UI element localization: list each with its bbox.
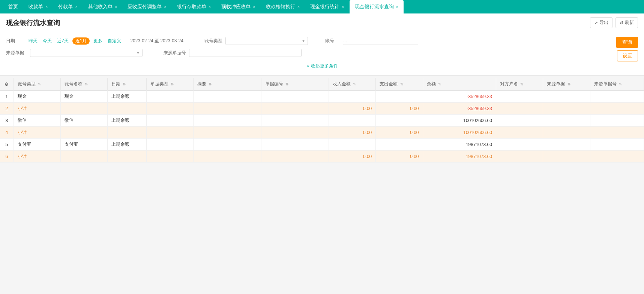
shortcut-today[interactable]: 今天 [41, 37, 53, 45]
nav-other-income-label: 其他收入单 [88, 0, 113, 13]
top-nav: 首页 收款单 × 付款单 × 其他收入单 × 应收应付调整单 × 银行存取款单 … [0, 0, 644, 13]
collapse-bar[interactable]: ∧ 收起更多条件 [6, 61, 638, 71]
nav-payment[interactable]: 付款单 × [53, 0, 83, 13]
nav-payment-label: 付款单 [58, 0, 73, 13]
col-account-name-header[interactable]: 账号名称 ⇅ [60, 78, 107, 91]
nav-payment-close[interactable]: × [75, 0, 77, 13]
row-balance: -3528659.33 [423, 91, 496, 103]
filter-row-date: 日期 昨天 今天 近7天 近1月 更多 自定义 2023-02-24 至 202… [6, 37, 616, 45]
shortcut-custom[interactable]: 自定义 [106, 37, 123, 45]
nav-prepay-close[interactable]: × [253, 0, 255, 13]
refresh-icon: ↺ [620, 20, 623, 25]
row-income: 0.00 [329, 127, 375, 139]
col-summary-header[interactable]: 摘要 ⇅ [194, 78, 261, 91]
header-actions: ↗ 导出 ↺ 刷新 [590, 17, 638, 28]
row-counterpart [496, 103, 543, 115]
row-income: 0.00 [329, 103, 375, 115]
date-range: 2023-02-24 至 2023-03-24 [130, 38, 183, 44]
row-account-type: 小计 [14, 103, 60, 115]
row-doc-type [146, 139, 193, 151]
col-expense-header[interactable]: 支出金额 ⇅ [376, 78, 423, 91]
export-button[interactable]: ↗ 导出 [590, 17, 612, 28]
col-settings[interactable]: ⚙ [0, 78, 14, 91]
row-income [329, 115, 375, 127]
shortcut-7days[interactable]: 近7天 [56, 37, 70, 45]
col-doc-type-header[interactable]: 单据类型 ⇅ [146, 78, 193, 91]
row-account-name: 支付宝 [60, 139, 107, 151]
nav-cashflow-close[interactable]: × [396, 0, 398, 13]
nav-stats-close[interactable]: × [342, 0, 344, 13]
nav-receipt-close[interactable]: × [45, 0, 48, 13]
export-label: 导出 [599, 19, 608, 26]
date-label: 日期 [6, 38, 21, 44]
source-doc-no-label: 来源单据号 [164, 50, 186, 56]
nav-bank-deposit[interactable]: 银行存取款单 × [172, 0, 216, 13]
row-source-doc [543, 115, 590, 127]
col-account-type-header[interactable]: 账号类型 ⇅ [14, 78, 60, 91]
row-expense: 0.00 [376, 151, 423, 163]
nav-writeoff[interactable]: 收款核销执行 × [261, 0, 305, 13]
row-date: 上期余额 [108, 139, 147, 151]
row-source-doc [543, 103, 590, 115]
row-summary [194, 91, 261, 103]
nav-writeoff-close[interactable]: × [297, 0, 300, 13]
account-type-select[interactable]: ▾ [225, 37, 308, 45]
source-doc-label: 来源单据 [6, 50, 24, 56]
row-balance: -3528659.33 [423, 103, 496, 115]
col-date-header[interactable]: 日期 ⇅ [108, 78, 147, 91]
nav-other-income[interactable]: 其他收入单 × [83, 0, 122, 13]
row-doc-type [146, 103, 193, 115]
table-row: 4小计0.000.00100102606.60 [0, 127, 644, 139]
nav-home[interactable]: 首页 [3, 0, 23, 13]
refresh-button[interactable]: ↺ 刷新 [615, 17, 638, 28]
col-income-header[interactable]: 收入金额 ⇅ [329, 78, 375, 91]
row-doc-no [261, 115, 329, 127]
row-num: 6 [0, 151, 14, 163]
col-source-doc-header[interactable]: 来源单据 ⇅ [543, 78, 590, 91]
nav-stats[interactable]: 现金银行统计 × [305, 0, 349, 13]
col-balance-header[interactable]: 余额 ⇅ [423, 78, 496, 91]
nav-cashflow[interactable]: 现金银行流水查询 × [350, 0, 404, 13]
row-account-type: 支付宝 [14, 139, 60, 151]
row-account-name [60, 151, 107, 163]
row-source-doc-no [590, 139, 644, 151]
source-doc-no-input[interactable] [189, 49, 302, 57]
settings-button[interactable]: 设置 [617, 50, 638, 61]
col-source-doc-no-header[interactable]: 来源单据号 ⇅ [590, 78, 644, 91]
row-account-name [60, 127, 107, 139]
col-counterpart-header[interactable]: 对方户名 ⇅ [496, 78, 543, 91]
nav-adjust-close[interactable]: × [164, 0, 166, 13]
row-balance: 100102606.60 [423, 115, 496, 127]
col-doc-no-header[interactable]: 单据编号 ⇅ [261, 78, 329, 91]
row-balance: 19871073.60 [423, 151, 496, 163]
table-row: 1现金现金上期余额-3528659.33 [0, 91, 644, 103]
row-counterpart [496, 151, 543, 163]
shortcut-yesterday[interactable]: 昨天 [27, 37, 39, 45]
shortcut-more[interactable]: 更多 [92, 37, 104, 45]
account-input[interactable]: ... [343, 37, 418, 45]
table-row: 2小计0.000.00-3528659.33 [0, 103, 644, 115]
nav-bank-deposit-close[interactable]: × [209, 0, 211, 13]
row-counterpart [496, 91, 543, 103]
nav-bank-deposit-label: 银行存取款单 [177, 0, 206, 13]
nav-adjust[interactable]: 应收应付调整单 × [122, 0, 171, 13]
nav-receipt[interactable]: 收款单 × [23, 0, 53, 13]
row-doc-type [146, 115, 193, 127]
row-summary [194, 151, 261, 163]
nav-adjust-label: 应收应付调整单 [128, 0, 162, 13]
shortcut-1month[interactable]: 近1月 [72, 37, 90, 45]
row-num: 5 [0, 139, 14, 151]
nav-prepay[interactable]: 预收冲应收单 × [216, 0, 260, 13]
row-summary [194, 103, 261, 115]
settings-icon: ⚙ [5, 82, 9, 87]
nav-cashflow-label: 现金银行流水查询 [355, 0, 394, 13]
row-date: 上期余额 [108, 115, 147, 127]
row-expense: 0.00 [376, 103, 423, 115]
row-counterpart [496, 139, 543, 151]
query-button[interactable]: 查询 [616, 37, 638, 48]
nav-other-income-close[interactable]: × [115, 0, 117, 13]
page-title: 现金银行流水查询 [6, 18, 60, 27]
row-expense [376, 139, 423, 151]
source-doc-select[interactable]: ▾ [30, 49, 143, 57]
row-date: 上期余额 [108, 91, 147, 103]
